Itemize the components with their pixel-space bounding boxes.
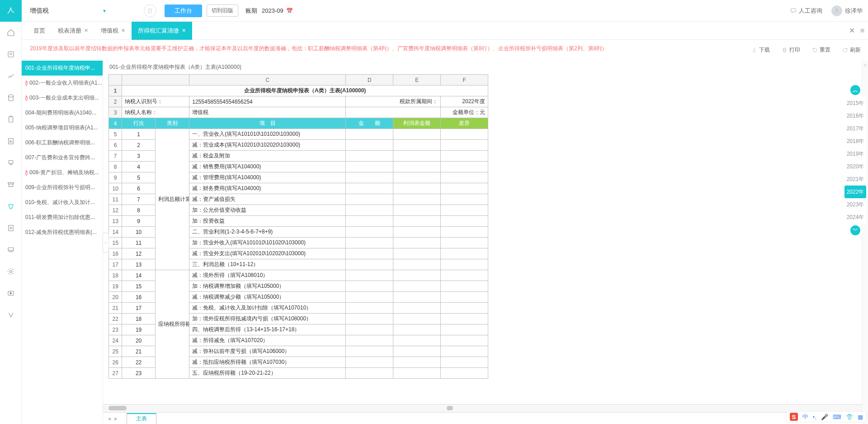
form-list-item[interactable]: 008-资产折旧、摊销及纳税...: [22, 165, 103, 180]
svg-rect-9: [149, 9, 152, 13]
table-row[interactable]: 51利润总额计算一、营业收入(填写A101010\101020\103000): [109, 129, 488, 140]
nav-inbox-icon[interactable]: [0, 239, 22, 261]
ime-logo-icon: S: [790, 413, 798, 421]
svg-rect-3: [9, 161, 13, 164]
close-tab-icon[interactable]: ✕: [849, 26, 855, 35]
form-list-item[interactable]: 003-一般企业成本支出明细...: [22, 91, 103, 105]
nav-chart-icon[interactable]: [0, 65, 22, 87]
ime-toolbox-icon[interactable]: ▦: [858, 414, 863, 420]
reset-button[interactable]: 重置: [812, 46, 830, 54]
year-button[interactable]: 2022年: [844, 186, 866, 198]
avatar[interactable]: [831, 5, 842, 16]
ime-keyboard-icon[interactable]: ⌨: [833, 414, 841, 420]
sheet-nav-prev[interactable]: ◄: [107, 416, 112, 421]
doc-icon[interactable]: [144, 5, 156, 17]
form-list-item[interactable]: 007-广告费和业务宣传费跨...: [22, 150, 103, 165]
company-name: 增值税: [30, 7, 49, 15]
download-button[interactable]: 下载: [751, 46, 770, 54]
year-button[interactable]: 2023年: [844, 198, 866, 211]
workbench-button[interactable]: 工作台: [165, 5, 202, 17]
nav-receipt-icon[interactable]: [0, 152, 22, 174]
user-name: 徐泽华: [845, 7, 863, 15]
collapse-handle[interactable]: ‹: [103, 233, 109, 252]
nav-settings-icon[interactable]: [0, 261, 22, 282]
tab-税表清册[interactable]: 税表清册✕: [52, 22, 94, 40]
close-icon[interactable]: ✕: [182, 28, 186, 33]
svg-rect-0: [8, 52, 14, 57]
nav-export-icon[interactable]: [0, 217, 22, 239]
nav-v-icon[interactable]: [0, 304, 22, 326]
svg-rect-5: [9, 184, 13, 187]
form-list-item[interactable]: 004-期间费用明细表(A1040...: [22, 105, 103, 120]
tab-所得税汇算清缴[interactable]: 所得税汇算清缴✕: [132, 22, 192, 40]
year-button[interactable]: 2021年: [844, 173, 866, 186]
sheet-tab[interactable]: 主表: [127, 413, 156, 424]
nav-archive-icon[interactable]: [0, 174, 22, 195]
ime-toolbar[interactable]: S 中 •, 🎤 ⌨ 👕 ▦: [787, 411, 866, 422]
consult-button[interactable]: 人工咨询: [790, 7, 822, 15]
form-list-item[interactable]: 009-企业所得税弥补亏损明...: [22, 180, 103, 195]
ime-punct-icon[interactable]: •,: [813, 414, 816, 420]
nav-video-icon[interactable]: [0, 282, 22, 304]
ime-mic-icon[interactable]: 🎤: [821, 414, 828, 420]
svg-point-10: [836, 9, 838, 11]
tab-增值税[interactable]: 增值税✕: [94, 22, 132, 40]
ime-skin-icon[interactable]: 👕: [846, 414, 853, 420]
period-value[interactable]: 2023-09: [262, 7, 283, 14]
sheet-title: 企业所得税年度纳税申报表（A类）主表(A100000): [122, 86, 488, 96]
table-row[interactable]: 1814应纳税所得额计算减：境外所得（填写A108010）: [109, 270, 488, 281]
form-list-item[interactable]: 012-减免所得税优惠明细表(...: [22, 225, 103, 240]
svg-rect-1: [9, 117, 13, 122]
form-list-item[interactable]: 002-一般企业收入明细表(A1...: [22, 76, 103, 91]
nav-clipboard-icon[interactable]: [0, 109, 22, 130]
year-down-icon[interactable]: ︾: [850, 225, 860, 235]
close-icon[interactable]: ✕: [84, 28, 88, 33]
sheet-nav-next[interactable]: ►: [113, 416, 118, 421]
notice-text: 2019年度涉及取以前年度结转数据的申报表单元格需要手工维护正确，才能保证本年及…: [26, 43, 723, 54]
year-button[interactable]: 2015年: [844, 97, 866, 110]
period-label: 账期: [245, 7, 257, 15]
year-button[interactable]: 2020年: [844, 160, 866, 173]
breadcrumb: 001-企业所得税年度纳税申报表（A类）主表(A100000): [103, 61, 862, 74]
form-list-item[interactable]: 006-职工薪酬纳税调整明细...: [22, 135, 103, 150]
form-list-item[interactable]: 005-纳税调整项目明细表(A1...: [22, 120, 103, 135]
calendar-icon[interactable]: 📅: [286, 8, 293, 14]
nav-tax-icon[interactable]: [0, 195, 22, 217]
tab-menu-icon[interactable]: ≡: [860, 27, 864, 35]
year-button[interactable]: 2018年: [844, 135, 866, 148]
horizontal-scrollbar[interactable]: [103, 404, 862, 412]
tab-首页[interactable]: 首页: [27, 22, 52, 40]
close-icon[interactable]: ✕: [121, 28, 125, 33]
year-button[interactable]: 2019年: [844, 148, 866, 160]
year-button[interactable]: 2016年: [844, 110, 866, 122]
svg-rect-11: [783, 49, 786, 51]
switch-old-button[interactable]: 切到旧版: [207, 5, 238, 17]
print-button[interactable]: 打印: [782, 46, 800, 54]
svg-point-7: [9, 271, 12, 273]
year-up-icon[interactable]: ︽: [850, 85, 860, 95]
warning-icon: [25, 170, 28, 176]
app-logo: [0, 0, 22, 22]
refresh-button[interactable]: 刷新: [842, 46, 861, 54]
form-list[interactable]: 001-企业所得税年度纳税申...002-一般企业收入明细表(A1...003-…: [22, 61, 103, 424]
chevron-down-icon: ▾: [103, 8, 106, 14]
year-button[interactable]: 2024年: [844, 211, 866, 224]
company-selector[interactable]: 增值税 ▾: [27, 7, 136, 15]
form-list-item[interactable]: 010-免税、减计收入及加计...: [22, 195, 103, 210]
nav-ledger-icon[interactable]: [0, 43, 22, 65]
nav-report-icon[interactable]: [0, 130, 22, 152]
nav-money-icon[interactable]: [0, 87, 22, 109]
year-button[interactable]: 2017年: [844, 122, 866, 135]
form-list-item[interactable]: 011-研发费用加计扣除优惠...: [22, 210, 103, 225]
form-list-item[interactable]: 001-企业所得税年度纳税申...: [22, 61, 103, 76]
warning-icon: [25, 95, 28, 101]
nav-home-icon[interactable]: [0, 22, 22, 43]
spreadsheet-grid[interactable]: CDEF 1企业所得税年度纳税申报表（A类）主表(A100000) 2纳税人识别…: [108, 74, 488, 379]
warning-icon: [25, 81, 28, 86]
